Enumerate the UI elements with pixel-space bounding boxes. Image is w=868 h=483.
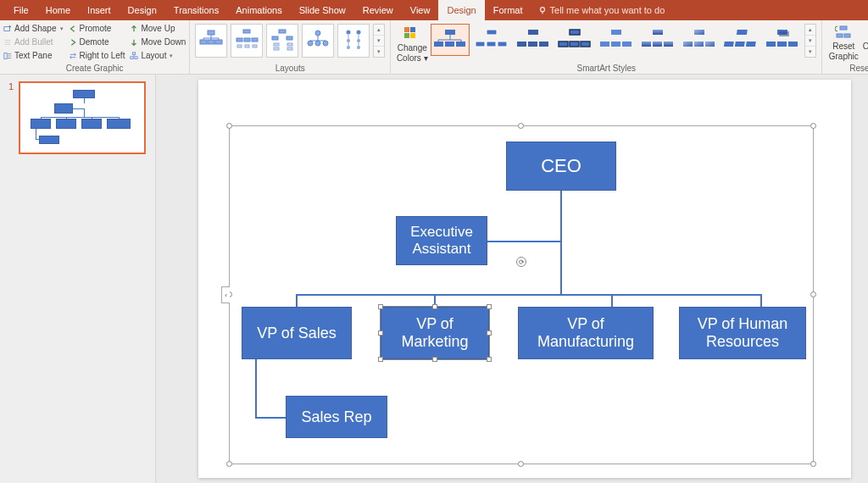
svg-rect-36	[287, 43, 292, 46]
svg-rect-52	[404, 27, 409, 32]
org-box-vp-sales[interactable]: VP of Sales	[242, 307, 352, 359]
svg-point-38	[315, 31, 320, 36]
svg-rect-28	[237, 45, 242, 47]
svg-rect-89	[724, 42, 734, 47]
style-option-7[interactable]	[680, 24, 719, 56]
change-colors-button[interactable]: Change Colors ▾	[396, 24, 428, 63]
svg-rect-67	[498, 42, 507, 47]
tell-me[interactable]: Tell me what you want to do	[531, 5, 672, 15]
promote-icon	[69, 25, 77, 33]
style-option-8[interactable]	[721, 24, 760, 56]
demote-button[interactable]: Demote	[69, 36, 125, 48]
menu-tab-insert[interactable]: Insert	[79, 0, 120, 20]
chevron-up-icon[interactable]: ▴	[805, 25, 815, 36]
svg-rect-76	[611, 30, 621, 35]
layout-option-2[interactable]	[231, 24, 263, 58]
group-reset: Reset Graphic Convert ▾ Reset	[822, 20, 868, 74]
layout-icon	[130, 52, 138, 60]
svg-rect-25	[236, 38, 242, 42]
svg-rect-8	[4, 53, 7, 58]
styles-gallery-scroll[interactable]: ▴ ▾ ▾	[804, 24, 816, 58]
layout-option-1[interactable]	[195, 24, 227, 58]
layouts-gallery-scroll[interactable]: ▴ ▾ ▾	[373, 24, 385, 58]
move-down-button[interactable]: Move Down	[130, 36, 186, 48]
chevron-down-icon[interactable]: ▾	[374, 36, 384, 47]
slide-thumbnail-1[interactable]	[19, 81, 146, 154]
svg-rect-2	[4, 26, 10, 31]
svg-rect-66	[487, 42, 496, 47]
menu-tab-file[interactable]: File	[5, 0, 37, 20]
text-pane-toggle[interactable]: ‹	[221, 286, 230, 303]
style-option-3[interactable]	[514, 24, 553, 56]
svg-rect-17	[200, 40, 207, 44]
layout-option-5[interactable]	[337, 24, 370, 58]
menu-tab-transitions[interactable]: Transitions	[165, 0, 227, 20]
svg-point-47	[357, 31, 361, 35]
layout-button[interactable]: Layout▾	[130, 49, 186, 62]
org-box-vp-hr[interactable]: VP of HumanResources	[679, 307, 806, 359]
slide-canvas[interactable]: ⟳ ‹ CEO ExecutiveAssistant	[198, 80, 851, 478]
org-box-executive-assistant[interactable]: ExecutiveAssistant	[396, 216, 487, 265]
style-option-4[interactable]	[555, 24, 594, 56]
style-option-9[interactable]	[763, 24, 802, 56]
svg-rect-86	[694, 42, 704, 47]
svg-rect-84	[694, 30, 704, 35]
svg-rect-33	[287, 36, 292, 40]
org-box-vp-marketing[interactable]: VP ofMarketing	[381, 307, 489, 359]
reset-graphic-button[interactable]: Reset Graphic	[829, 24, 858, 61]
style-option-6[interactable]	[638, 24, 677, 56]
svg-rect-19	[215, 40, 222, 44]
svg-point-39	[308, 41, 313, 46]
menu-tab-view[interactable]: View	[402, 0, 439, 20]
add-shape-icon	[3, 25, 12, 33]
style-option-2[interactable]	[472, 24, 511, 56]
menu-tab-animations[interactable]: Animations	[227, 0, 290, 20]
svg-rect-54	[404, 33, 409, 38]
svg-rect-73	[559, 42, 568, 47]
menu-tab-design[interactable]: Design	[120, 0, 165, 20]
org-box-vp-manufacturing[interactable]: VP ofManufacturing	[518, 307, 654, 359]
svg-rect-88	[737, 30, 748, 35]
svg-rect-99	[844, 34, 850, 37]
svg-point-0	[540, 8, 544, 12]
svg-point-40	[315, 41, 320, 46]
style-option-1[interactable]	[431, 24, 470, 56]
svg-rect-58	[445, 42, 454, 47]
svg-rect-81	[642, 42, 651, 47]
chevron-dropdown-icon[interactable]: ▾	[374, 47, 384, 57]
context-tab-format[interactable]: Format	[485, 0, 531, 20]
chevron-down-icon[interactable]: ▾	[805, 36, 815, 47]
svg-rect-80	[653, 30, 663, 35]
add-shape-button[interactable]: Add Shape▾	[3, 22, 64, 35]
org-box-sales-rep[interactable]: Sales Rep	[286, 396, 387, 438]
promote-button[interactable]: Promote	[69, 22, 125, 35]
layout-option-4[interactable]	[302, 24, 334, 58]
style-option-5[interactable]	[597, 24, 636, 56]
slide-editor[interactable]: ⟳ ‹ CEO ExecutiveAssistant	[156, 75, 868, 483]
svg-rect-74	[570, 42, 579, 47]
chevron-up-icon[interactable]: ▴	[374, 25, 384, 36]
group-smartart-styles: Change Colors ▾	[391, 20, 822, 74]
org-box-ceo[interactable]: CEO	[506, 142, 616, 191]
smartart-frame[interactable]: ⟳ ‹ CEO ExecutiveAssistant	[229, 125, 814, 464]
svg-rect-64	[487, 30, 497, 35]
svg-rect-30	[253, 45, 257, 47]
convert-button[interactable]: Convert ▾	[863, 24, 868, 58]
svg-rect-87	[705, 42, 715, 47]
chevron-dropdown-icon[interactable]: ▾	[805, 47, 815, 57]
tell-me-label: Tell me what you want to do	[550, 5, 665, 15]
change-colors-icon	[403, 25, 421, 42]
context-tab-design[interactable]: Design	[438, 0, 484, 20]
text-pane-button[interactable]: Text Pane	[3, 49, 64, 62]
right-to-left-button[interactable]: Right to Left	[69, 49, 125, 62]
svg-rect-90	[735, 42, 745, 47]
menu-tab-home[interactable]: Home	[37, 0, 79, 20]
svg-rect-78	[611, 42, 620, 47]
svg-rect-85	[683, 42, 693, 47]
menu-tab-slide-show[interactable]: Slide Show	[291, 0, 354, 20]
layout-option-3[interactable]	[266, 24, 298, 58]
move-up-button[interactable]: Move Up	[130, 22, 186, 35]
svg-rect-77	[600, 42, 609, 47]
add-bullet-button: Add Bullet	[3, 36, 64, 48]
menu-tab-review[interactable]: Review	[354, 0, 402, 20]
